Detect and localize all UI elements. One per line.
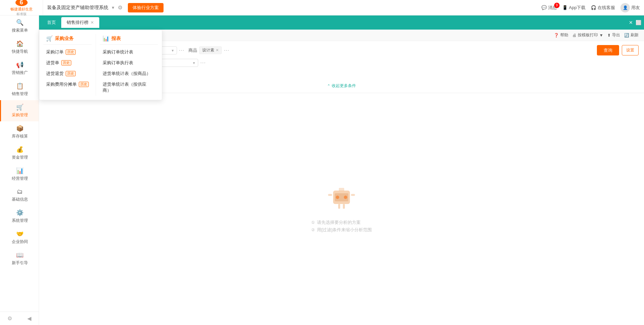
order-stats-label: 采购订单统计表	[103, 49, 133, 55]
tab-sales-rank-label: 销售排行榜	[67, 19, 88, 26]
empty-illustration	[325, 184, 358, 214]
report-col-label: 报表	[111, 36, 121, 42]
tabbar-fullscreen-icon[interactable]: ⬜	[636, 20, 641, 25]
sidebar-item-purchase[interactable]: 🛒 采购管理	[0, 100, 39, 121]
system-dropdown-arrow[interactable]: ▼	[111, 5, 115, 10]
tab-sales-rank[interactable]: 销售排行榜 ✕	[61, 17, 99, 28]
dropdown-item-order-exec[interactable]: 采购订单执行表	[100, 57, 158, 68]
svg-rect-6	[328, 194, 332, 196]
incoming-stats-supplier-label: 进货单统计表（按供应商）	[103, 81, 155, 93]
logo-icon: 6	[15, 0, 28, 6]
sidebar-item-label: 库存核算	[12, 133, 28, 139]
query-btn[interactable]: 查询	[597, 45, 619, 55]
dropdown-item-order-stats[interactable]: 采购订单统计表	[100, 47, 158, 57]
online-service-label: 在线客服	[598, 5, 615, 11]
sidebar-item-sales[interactable]: 📋 销售管理	[0, 79, 39, 100]
dropdown-item-return[interactable]: 进货退货 历史	[43, 68, 92, 79]
sidebar-item-label: 资金管理	[12, 155, 28, 160]
goods-tag-label: 设计素	[202, 47, 214, 53]
goods-filter: 商品 设计素 ✕ ···	[188, 46, 229, 54]
sidebar-settings-btn[interactable]: ⚙	[7, 315, 12, 322]
dropdown-item-incoming-stats-supplier[interactable]: 进货单统计表（按供应商）	[100, 79, 158, 96]
message-icon: 💬	[541, 5, 547, 10]
incoming-stats-goods-label: 进货单统计表（按商品）	[103, 71, 151, 77]
order-exec-label: 采购订单执行表	[103, 60, 133, 66]
svg-rect-5	[343, 204, 345, 209]
goods-more-icon[interactable]: ···	[224, 47, 229, 53]
sidebar-item-basic-info[interactable]: 🗂 基础信息	[0, 185, 39, 206]
dropdown-item-expense[interactable]: 采购费用分摊单 历史	[43, 79, 92, 90]
tabbar-right: ✕ ⬜	[629, 20, 641, 25]
print-label: 按模板打印	[578, 32, 598, 38]
dropdown-item-purchase-order[interactable]: 采购订单 历史	[43, 47, 92, 57]
dropdown-item-incoming[interactable]: 进货单 历史	[43, 57, 92, 68]
sidebar-item-label: 搜索菜单	[12, 28, 28, 33]
help-icon: ❓	[554, 33, 559, 38]
user-item[interactable]: 👤 用友	[620, 3, 640, 12]
dropdown-item-incoming-stats-goods[interactable]: 进货单统计表（按商品）	[100, 68, 158, 79]
sidebar-item-label: 系统管理	[12, 218, 28, 224]
sidebar-item-marketing[interactable]: 📢 营销推广	[0, 58, 39, 79]
return-label: 进货退货	[46, 71, 64, 77]
dropdown-report-col: 📊 报表 采购订单统计表 采购订单执行表 进货单统计表（按商品） 进货单统计表（…	[96, 34, 162, 96]
online-service-item[interactable]: 🎧 在线客服	[591, 5, 615, 11]
svg-point-3	[344, 196, 347, 199]
export-btn[interactable]: ⬆ 导出	[607, 32, 620, 38]
sidebar-item-label: 营销推广	[12, 70, 28, 76]
industry-btn[interactable]: 体验行业方案	[128, 3, 164, 12]
dropdown-overlay: 🛒 采购业务 采购订单 历史 进货单 历史 进货退货 历史 采购费用分摊单 历史	[39, 30, 162, 100]
tab-home[interactable]: 首页	[42, 17, 61, 28]
sidebar-item-search[interactable]: 🔍 搜索菜单	[0, 15, 39, 37]
sidebar-item-label: 新手引导	[12, 260, 28, 266]
svg-rect-8	[339, 188, 344, 191]
settings-btn[interactable]: 设置	[622, 45, 639, 55]
guide-icon: 📖	[16, 251, 24, 259]
headset-icon: 🎧	[591, 5, 596, 10]
goods-label: 商品	[188, 47, 197, 53]
refresh-icon: 🔄	[624, 33, 629, 38]
basic-info-icon: 🗂	[17, 188, 23, 195]
dropdown-purchase-col: 🛒 采购业务 采购订单 历史 进货单 历史 进货退货 历史 采购费用分摊单 历史	[39, 34, 96, 96]
app-label: App下载	[569, 5, 585, 11]
print-icon: 🖨	[572, 33, 576, 38]
print-btn[interactable]: 🖨 按模板打印 ▼	[572, 32, 603, 38]
logo-sub: 标准版	[16, 12, 27, 16]
export-label: 导出	[612, 32, 620, 38]
sidebar-item-quick-nav[interactable]: 🏠 快捷导航	[0, 37, 39, 58]
tabbar-close-icon[interactable]: ✕	[629, 20, 633, 25]
sidebar-item-system[interactable]: ⚙️ 系统管理	[0, 206, 39, 227]
sidebar-collapse-btn[interactable]: ◀	[27, 315, 31, 322]
dropdown-report-title: 📊 报表	[100, 34, 158, 45]
collapse-btn[interactable]: ⌃ 收起更多条件	[327, 83, 356, 89]
system-settings-icon[interactable]: ⚙	[118, 4, 122, 11]
app-download-item[interactable]: 📱 App下载	[562, 5, 585, 11]
salesperson-more-icon[interactable]: ···	[200, 60, 206, 66]
sidebar-item-operations[interactable]: 📊 经营管理	[0, 164, 39, 185]
help-btn[interactable]: ❓ 帮助	[554, 32, 568, 38]
sidebar-item-cooperation[interactable]: 🤝 企业协同	[0, 227, 39, 248]
system-icon: ⚙️	[16, 209, 24, 216]
sidebar-item-guide[interactable]: 📖 新手引导	[0, 248, 39, 269]
empty-hint-2: 用[过滤]条件来缩小分析范围	[311, 227, 372, 233]
svg-point-2	[336, 196, 339, 199]
sidebar-item-finance[interactable]: 💰 资金管理	[0, 143, 39, 164]
dropdown-purchase-title: 🛒 采购业务	[43, 34, 92, 45]
tab-close-icon[interactable]: ✕	[91, 20, 94, 25]
refresh-btn[interactable]: 🔄 刷新	[624, 32, 639, 38]
phone-icon: 📱	[562, 5, 568, 10]
goods-tag: 设计素 ✕	[199, 46, 222, 54]
marketing-icon: 📢	[16, 61, 24, 69]
purchase-order-label: 采购订单	[46, 49, 64, 55]
sidebar-item-label: 销售管理	[12, 91, 28, 97]
doc-status-more-icon[interactable]: ···	[179, 47, 184, 53]
sidebar-item-inventory[interactable]: 📦 库存核算	[0, 121, 39, 143]
topbar-right: 💬 消息 9 📱 App下载 🎧 在线客服 👤 用友	[541, 3, 640, 12]
sidebar-item-label: 快捷导航	[12, 49, 28, 54]
return-hist-badge: 历史	[66, 71, 76, 76]
goods-tag-close[interactable]: ✕	[216, 48, 219, 52]
messages-item[interactable]: 💬 消息 9	[541, 5, 557, 11]
collapse-label: 收起更多条件	[332, 83, 356, 89]
svg-rect-4	[338, 204, 340, 209]
export-icon: ⬆	[607, 33, 611, 38]
purchase-col-icon: 🛒	[46, 35, 53, 42]
